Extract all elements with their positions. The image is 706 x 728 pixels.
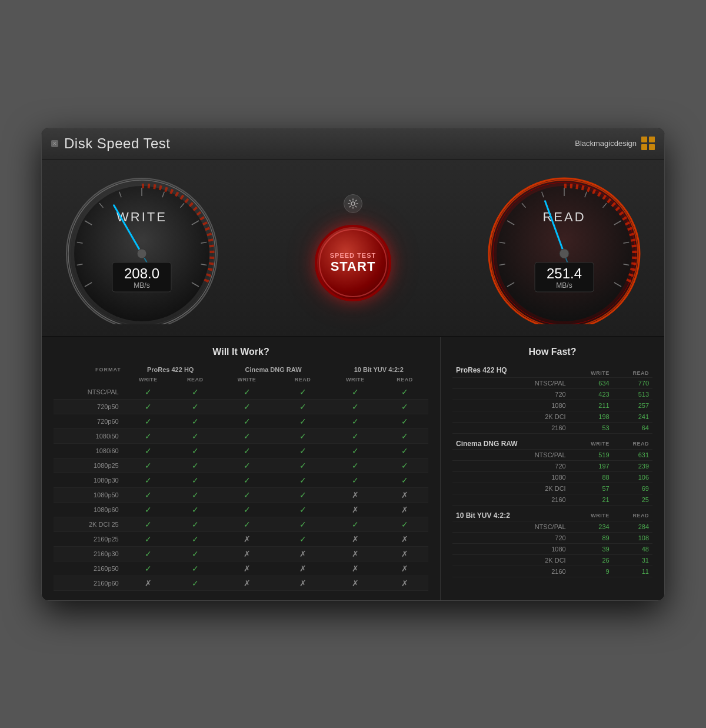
format-label: 2K DCI 25 — [54, 517, 124, 531]
cross-icon: ✗ — [244, 579, 251, 588]
check-icon: ✓ — [401, 431, 408, 441]
write-value: 89 — [570, 532, 613, 543]
list-item: 2K DCI 57 69 — [452, 483, 652, 494]
check-cell: ✓ — [329, 473, 382, 487]
format-label: 1080p60 — [54, 502, 124, 517]
list-item: NTSC/PAL 519 631 — [452, 449, 652, 460]
table-row: 1080p30✓✓✓✓✓✓ — [54, 473, 428, 487]
check-icon: ✓ — [401, 446, 408, 456]
write-value: 53 — [570, 422, 613, 433]
svg-text:251.4: 251.4 — [547, 265, 582, 281]
resolution-label: 2160 — [452, 422, 570, 433]
check-icon: ✓ — [401, 520, 408, 529]
check-cell: ✗ — [381, 561, 428, 576]
cross-icon: ✗ — [401, 579, 408, 588]
cross-icon: ✗ — [299, 549, 307, 559]
check-icon: ✓ — [352, 402, 359, 411]
list-item: 720 423 513 — [452, 388, 652, 400]
check-icon: ✓ — [145, 564, 152, 573]
check-cell: ✓ — [173, 546, 218, 561]
read-value: 64 — [613, 422, 652, 433]
check-cell: ✓ — [277, 531, 329, 546]
format-header: FORMAT — [54, 364, 124, 375]
check-icon: ✓ — [352, 461, 359, 470]
read-gauge-container: READ 251.4 MB/s — [482, 171, 647, 324]
check-icon: ✓ — [299, 446, 307, 456]
read-gauge: READ 251.4 MB/s — [482, 171, 647, 324]
cross-icon: ✗ — [401, 564, 408, 573]
close-button[interactable]: ✕ — [51, 140, 58, 147]
check-cell: ✓ — [173, 576, 218, 590]
table-row: 1080i50✓✓✓✓✓✓ — [54, 428, 428, 443]
how-fast-section: How Fast? ProRes 422 HQ WRITE READ NTSC/… — [441, 337, 664, 600]
check-cell: ✓ — [277, 487, 329, 502]
check-cell: ✓ — [381, 414, 428, 428]
brand-icon — [641, 137, 655, 150]
check-icon: ✓ — [352, 446, 359, 456]
app-title: Disk Speed Test — [64, 135, 170, 152]
check-cell: ✓ — [124, 487, 173, 502]
check-icon: ✓ — [352, 476, 359, 485]
check-icon: ✓ — [352, 431, 359, 441]
empty-col — [54, 375, 124, 385]
check-icon: ✓ — [244, 431, 251, 441]
check-cell: ✓ — [218, 428, 277, 443]
write-value: 423 — [570, 388, 613, 400]
check-cell: ✓ — [381, 517, 428, 531]
read-col-header: READ — [613, 364, 652, 378]
cross-icon: ✗ — [352, 564, 359, 573]
group-name: 10 Bit YUV 4:2:2 — [452, 505, 570, 521]
settings-button[interactable] — [344, 194, 362, 213]
check-icon: ✓ — [192, 417, 199, 426]
read-col-header: READ — [613, 505, 652, 521]
check-cell: ✓ — [124, 517, 173, 531]
check-icon: ✓ — [299, 461, 307, 470]
check-cell: ✓ — [124, 458, 173, 473]
table-row: 720p60✓✓✓✓✓✓ — [54, 414, 428, 428]
check-cell: ✗ — [277, 576, 329, 590]
check-cell: ✗ — [329, 576, 382, 590]
write-col-header: WRITE — [570, 505, 613, 521]
check-icon: ✓ — [299, 490, 307, 500]
check-cell: ✓ — [277, 473, 329, 487]
check-cell: ✓ — [124, 502, 173, 517]
prores-read-h: READ — [173, 375, 218, 385]
check-cell: ✗ — [381, 502, 428, 517]
check-cell: ✗ — [329, 531, 382, 546]
check-icon: ✓ — [401, 476, 408, 485]
check-icon: ✓ — [401, 387, 408, 397]
brand-area: Blackmagicdesign — [575, 137, 655, 150]
resolution-label: 1080 — [452, 471, 570, 483]
table-row: 720p50✓✓✓✓✓✓ — [54, 399, 428, 414]
start-button[interactable]: SPEED TEST START — [315, 225, 391, 301]
check-cell: ✓ — [173, 487, 218, 502]
check-icon: ✓ — [244, 461, 251, 470]
check-cell: ✓ — [173, 399, 218, 414]
how-fast-title: How Fast? — [452, 347, 652, 357]
tables-section: Will It Work? FORMAT ProRes 422 HQ Cinem… — [42, 337, 664, 600]
check-icon: ✓ — [192, 505, 199, 514]
check-icon: ✓ — [299, 520, 307, 529]
list-item: 1080 39 48 — [452, 543, 652, 554]
table-row: 1080i60✓✓✓✓✓✓ — [54, 443, 428, 458]
check-cell: ✓ — [329, 399, 382, 414]
check-icon: ✓ — [192, 490, 199, 500]
check-cell: ✓ — [124, 546, 173, 561]
check-cell: ✓ — [218, 414, 277, 428]
cross-icon: ✗ — [352, 549, 359, 559]
cross-icon: ✗ — [244, 549, 251, 559]
cross-icon: ✗ — [401, 549, 408, 559]
read-value: 513 — [613, 388, 652, 400]
check-cell: ✓ — [277, 517, 329, 531]
check-icon: ✓ — [192, 564, 199, 573]
check-cell: ✓ — [277, 399, 329, 414]
check-cell: ✓ — [218, 517, 277, 531]
check-cell: ✓ — [329, 414, 382, 428]
check-cell: ✓ — [218, 502, 277, 517]
check-icon: ✓ — [192, 387, 199, 397]
write-value: 21 — [570, 494, 613, 505]
check-icon: ✓ — [352, 417, 359, 426]
how-fast-table: ProRes 422 HQ WRITE READ NTSC/PAL 634 77… — [452, 364, 652, 577]
check-cell: ✓ — [277, 385, 329, 400]
cross-icon: ✗ — [352, 534, 359, 544]
